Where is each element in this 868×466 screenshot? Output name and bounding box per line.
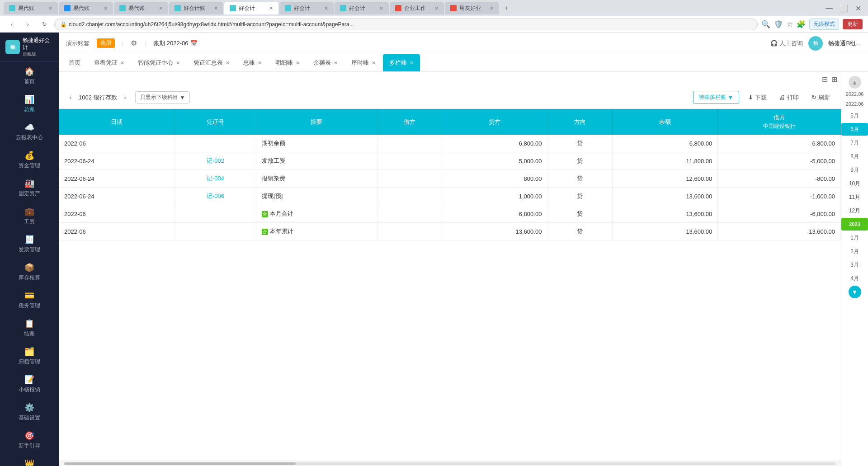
sidebar-item-cloud-reports[interactable]: ☁️ 云报表中心 [0, 118, 59, 146]
user-avatar[interactable]: 畅 [808, 36, 823, 51]
sidebar-item-tax[interactable]: 💳 税务管理 [0, 286, 59, 314]
tab-close-7[interactable]: ✕ [379, 5, 383, 11]
collapse-button[interactable]: ⊟ [822, 75, 828, 84]
account-next-button[interactable]: › [121, 93, 130, 102]
close-button[interactable]: ✕ [852, 2, 864, 14]
panel-month-july[interactable]: 7月 [841, 137, 868, 149]
nav-tab-close-2[interactable]: ✕ [176, 60, 180, 66]
nav-tab-close-3[interactable]: ✕ [226, 60, 230, 66]
nav-tab-detail-ledger[interactable]: 明细账 ✕ [269, 54, 306, 71]
print-button[interactable]: 🖨 打印 [776, 91, 802, 104]
expand-button[interactable]: ⊞ [831, 75, 837, 84]
nav-tab-voucher-summary[interactable]: 凭证汇总表 ✕ [187, 54, 236, 71]
tab-yidaizhang-3[interactable]: 易代账 ✕ [114, 2, 168, 14]
tab-haohuiji-3[interactable]: 好会计 ✕ [279, 2, 334, 14]
url-input[interactable]: 🔒 cloud2.chanjet.com/accounting/uh26t264… [54, 19, 758, 30]
notrack-button[interactable]: 无痕模式 [809, 19, 839, 30]
consult-button[interactable]: 🎧 人工咨询 [770, 39, 803, 47]
extensions-icon[interactable]: 🧩 [797, 20, 806, 28]
star-icon[interactable]: ☆ [787, 20, 793, 28]
sidebar-item-ledger[interactable]: 📊 总账 [0, 90, 59, 118]
nav-tab-multi-column[interactable]: 多栏账 ✕ [383, 54, 420, 71]
sidebar-item-expense[interactable]: 📝 小畅报销 [0, 370, 59, 398]
tab-haohuiji-2-active[interactable]: 好会计 ✕ [224, 2, 278, 14]
forward-button[interactable]: › [22, 18, 34, 31]
nav-tab-view-voucher[interactable]: 查看凭证 ✕ [88, 54, 131, 71]
account-prev-button[interactable]: ‹ [66, 93, 75, 102]
voucher-link[interactable]: 记-002 [207, 157, 224, 164]
shield-icon[interactable]: 🛡️ [774, 20, 783, 28]
sidebar-item-settings[interactable]: ⚙️ 基础设置 [0, 398, 59, 426]
tab-close-4[interactable]: ✕ [214, 5, 218, 11]
calendar-icon[interactable]: 📅 [190, 40, 198, 47]
nav-tab-close-4[interactable]: ✕ [258, 60, 262, 66]
scrollbar-thumb[interactable] [64, 462, 296, 465]
nav-tab-journal[interactable]: 序时账 ✕ [345, 54, 382, 71]
tab-yidaizhang-1[interactable]: 易代账 ✕ [4, 2, 58, 14]
cell-voucher[interactable]: 记-006 [175, 188, 256, 205]
tab-close-8[interactable]: ✕ [434, 5, 439, 11]
maximize-button[interactable]: ⬜ [837, 2, 850, 14]
sidebar-item-fixed-assets[interactable]: 🏭 固定资产 [0, 174, 59, 202]
sidebar-item-invoice[interactable]: 🧾 发票管理 [0, 230, 59, 258]
panel-month-october[interactable]: 10月 [841, 177, 868, 190]
special-multi-column-button[interactable]: 特殊多栏账 ▼ [693, 91, 739, 104]
sub-account-filter-button[interactable]: 只显示下级科目 ▼ [135, 91, 190, 104]
tab-close-2[interactable]: ✕ [104, 5, 108, 11]
panel-month-november[interactable]: 11月 [841, 191, 868, 203]
tab-haohuiji-1[interactable]: 好会计账 ✕ [169, 2, 223, 14]
panel-month-jan[interactable]: 1月 [841, 231, 868, 244]
panel-month-feb[interactable]: 2月 [841, 245, 868, 258]
nav-tab-close-1[interactable]: ✕ [120, 60, 124, 66]
tab-close-6[interactable]: ✕ [324, 5, 328, 11]
sidebar-item-home[interactable]: 🏠 首页 [0, 62, 59, 90]
reload-button[interactable]: ↻ [38, 18, 51, 31]
nav-tab-close-8[interactable]: ✕ [410, 60, 414, 66]
voucher-link[interactable]: 记-004 [207, 175, 224, 182]
tab-yidaizhang-2[interactable]: 易代账 ✕ [59, 2, 113, 14]
update-button[interactable]: 更新 [843, 19, 863, 29]
cell-balance: 12,600.00 [612, 170, 717, 188]
nav-tab-close-7[interactable]: ✕ [372, 60, 376, 66]
tab-close-3[interactable]: ✕ [159, 5, 163, 11]
panel-month-may[interactable]: 5月 [841, 109, 868, 122]
tab-close-9[interactable]: ✕ [490, 5, 494, 11]
tab-close-5[interactable]: ✕ [269, 5, 273, 11]
sidebar-item-archive[interactable]: 🗂️ 归档管理 [0, 342, 59, 370]
new-tab-button[interactable]: + [500, 2, 513, 14]
nav-tab-smart-voucher[interactable]: 智能凭证中心 ✕ [132, 54, 186, 71]
nav-tab-balance[interactable]: 余额表 ✕ [307, 54, 344, 71]
nav-tab-general-ledger[interactable]: 总账 ✕ [237, 54, 268, 71]
sidebar-item-inventory[interactable]: 📦 库存核算 [0, 258, 59, 286]
sidebar-item-funds[interactable]: 💰 资金管理 [0, 146, 59, 174]
sidebar-item-payroll[interactable]: 💼 工资 [0, 202, 59, 230]
horizontal-scrollbar[interactable] [59, 461, 841, 466]
panel-month-september[interactable]: 9月 [841, 164, 868, 176]
minimize-button[interactable]: — [823, 2, 835, 14]
panel-month-december[interactable]: 12月 [841, 204, 868, 217]
tab-haohuiji-4[interactable]: 好会计 ✕ [335, 2, 389, 14]
topbar-settings-icon[interactable]: ⚙ [131, 39, 137, 47]
voucher-link[interactable]: 记-006 [207, 193, 224, 199]
panel-month-apr[interactable]: 4月 [841, 272, 868, 285]
cell-voucher[interactable]: 记-004 [175, 170, 256, 188]
sidebar-item-closing[interactable]: 📋 结账 [0, 314, 59, 342]
panel-month-june[interactable]: 6月 [841, 123, 868, 136]
panel-scroll-down-button[interactable]: ▼ [849, 286, 861, 298]
sidebar-item-guide[interactable]: 🎯 新手引导 [0, 426, 59, 454]
nav-tab-close-6[interactable]: ✕ [334, 60, 338, 66]
search-icon[interactable]: 🔍 [761, 20, 770, 28]
back-button[interactable]: ‹ [5, 18, 18, 31]
panel-month-mar[interactable]: 3月 [841, 259, 868, 271]
cell-voucher[interactable]: 记-002 [175, 152, 256, 170]
tab-yonyou[interactable]: 用友好业 ✕ [445, 2, 499, 14]
download-button[interactable]: ⬇ 下载 [745, 91, 770, 104]
panel-scroll-up-button[interactable]: ▲ [849, 76, 861, 89]
sidebar-item-member[interactable]: 👑 畅会员 [0, 454, 59, 466]
panel-month-august[interactable]: 8月 [841, 150, 868, 163]
nav-tab-home[interactable]: 首页 [62, 54, 87, 71]
refresh-button[interactable]: ↻ 刷新 [808, 91, 834, 104]
nav-tab-close-5[interactable]: ✕ [296, 60, 300, 66]
tab-close-1[interactable]: ✕ [48, 5, 52, 11]
tab-enterprise[interactable]: 企业工作 ✕ [390, 2, 444, 14]
